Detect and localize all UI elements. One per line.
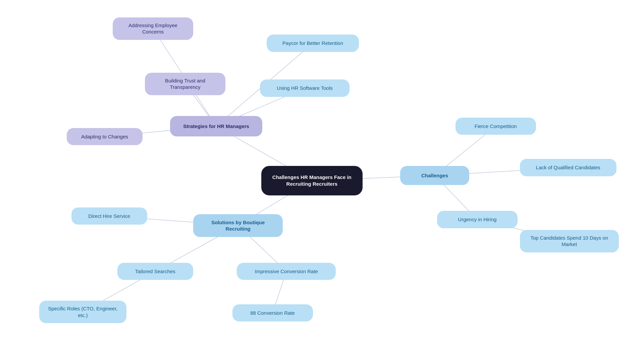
node-strategies: Strategies for HR Managers <box>170 116 262 137</box>
node-lack: Lack of Qualified Candidates <box>520 159 616 176</box>
node-specific: Specific Roles (CTO, Engineer, etc.) <box>39 301 127 323</box>
node-solutions: Solutions by Boutique Recruiting <box>193 214 283 237</box>
node-label-conversion: 88 Conversion Rate <box>250 310 295 316</box>
node-conversion: 88 Conversion Rate <box>232 304 313 322</box>
node-label-fierce: Fierce Competition <box>475 123 517 130</box>
node-addressing: Addressing Employee Concerns <box>113 17 193 40</box>
node-label-solutions: Solutions by Boutique Recruiting <box>200 219 276 232</box>
node-label-tailored: Tailored Searches <box>135 268 175 275</box>
node-fierce: Fierce Competition <box>455 118 536 135</box>
node-adapting: Adapting to Changes <box>67 128 143 145</box>
node-directhire: Direct Hire Service <box>71 207 147 225</box>
node-challenges: Challenges <box>400 166 469 185</box>
node-label-paycor: Paycor for Better Retention <box>282 40 343 47</box>
node-label-addressing: Addressing Employee Concerns <box>119 22 186 35</box>
node-label-strategies: Strategies for HR Managers <box>183 123 249 130</box>
node-label-building: Building Trust and Transparency <box>152 77 219 90</box>
node-label-impressive: Impressive Conversion Rate <box>255 268 318 275</box>
node-paycor: Paycor for Better Retention <box>267 35 359 52</box>
node-label-topcandidates: Top Candidates Spend 10 Days on Market <box>527 235 612 248</box>
node-label-center: Challenges HR Managers Face in Recruitin… <box>268 174 356 187</box>
node-label-lack: Lack of Qualified Candidates <box>536 164 600 171</box>
node-label-specific: Specific Roles (CTO, Engineer, etc.) <box>46 305 120 318</box>
node-center: Challenges HR Managers Face in Recruitin… <box>261 166 363 195</box>
node-label-hrtools: Using HR Software Tools <box>277 85 332 92</box>
node-label-challenges: Challenges <box>421 172 448 179</box>
node-urgency: Urgency in Hiring <box>437 211 518 228</box>
node-label-urgency: Urgency in Hiring <box>458 216 496 223</box>
node-tailored: Tailored Searches <box>117 263 193 280</box>
node-impressive: Impressive Conversion Rate <box>237 263 336 280</box>
node-label-adapting: Adapting to Changes <box>81 133 128 140</box>
mindmap-container: Challenges HR Managers Face in Recruitin… <box>0 0 644 363</box>
node-label-directhire: Direct Hire Service <box>88 213 130 220</box>
node-hrtools: Using HR Software Tools <box>260 79 350 97</box>
node-building: Building Trust and Transparency <box>145 73 225 95</box>
node-topcandidates: Top Candidates Spend 10 Days on Market <box>520 230 619 252</box>
